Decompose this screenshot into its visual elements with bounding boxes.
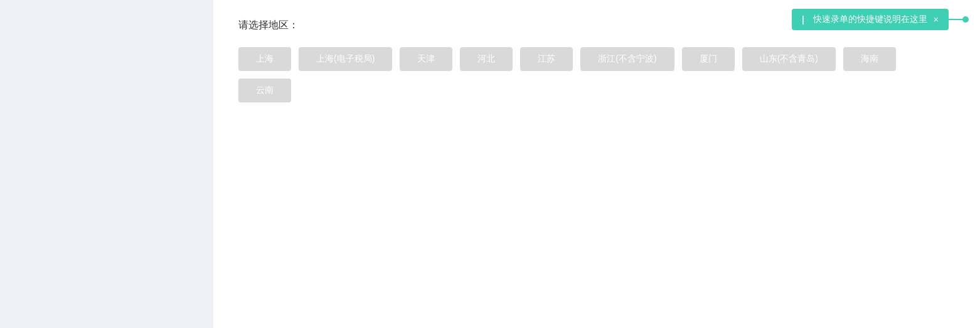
region-btn-jiangsu[interactable]: 江苏 <box>520 47 573 71</box>
region-btn-yunnan[interactable]: 云南 <box>238 79 291 102</box>
region-btn-zhejiang[interactable]: 浙江(不含宁波) <box>580 47 674 71</box>
region-btn-tianjin[interactable]: 天津 <box>400 47 452 71</box>
region-btn-shandong[interactable]: 山东(不含青岛) <box>742 47 836 71</box>
left-sidebar <box>0 0 213 328</box>
region-btn-xiamen[interactable]: 厦门 <box>682 47 735 71</box>
tooltip-line <box>949 19 962 20</box>
tooltip-text: 快速录单的快捷键说明在这里 <box>813 14 927 25</box>
region-btn-hainan[interactable]: 海南 <box>843 47 896 71</box>
tooltip-dot <box>962 16 969 23</box>
region-btn-shanghai-etax[interactable]: 上海(电子税局) <box>299 47 392 71</box>
tooltip-close-button[interactable]: × <box>934 14 939 25</box>
region-buttons-container: 上海上海(电子税局)天津河北江苏浙江(不含宁波)厦门山东(不含青岛)海南云南 <box>238 47 955 102</box>
region-btn-hebei[interactable]: 河北 <box>460 47 513 71</box>
main-content: 请选择地区： 上海上海(电子税局)天津河北江苏浙江(不含宁波)厦门山东(不含青岛… <box>213 0 980 328</box>
tooltip-banner: 快速录单的快捷键说明在这里 × <box>792 9 949 30</box>
region-btn-shanghai[interactable]: 上海 <box>238 47 291 71</box>
